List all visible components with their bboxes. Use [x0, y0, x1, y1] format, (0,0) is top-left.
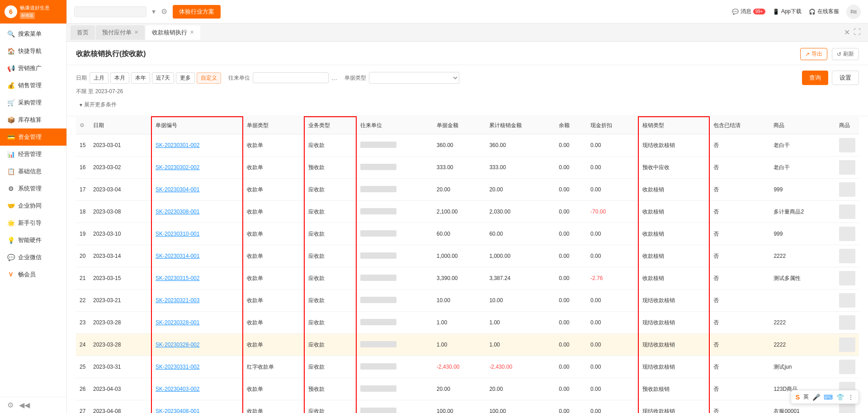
voucher-link[interactable]: SK-20230328-001 — [156, 319, 199, 326]
tab-close-icon[interactable]: ✕ — [134, 29, 138, 35]
cell-no: 18 — [76, 201, 90, 223]
cell-partner — [356, 378, 433, 400]
expand-conditions-button[interactable]: ▾ 展开更多条件 — [76, 99, 120, 110]
voucher-link[interactable]: SK-20230314-001 — [156, 253, 199, 259]
date-filter-label: 日期 — [76, 74, 87, 82]
sidebar-item-label: 搜索菜单 — [18, 30, 42, 38]
voucher-link[interactable]: SK-20230301-002 — [156, 142, 199, 148]
sidebar-item-system[interactable]: ⚙ 系统管理 — [0, 180, 66, 197]
cell-amount: -2,430.00 — [433, 356, 486, 378]
partner-input[interactable] — [253, 72, 329, 83]
sidebar-item-marketing[interactable]: 📢 营销推广 — [0, 60, 66, 77]
emoji-icon[interactable]: 👕 — [836, 394, 844, 401]
cell-voucher-type: 红字收款单 — [243, 356, 304, 378]
more-ime-icon[interactable]: ⋮ — [848, 394, 854, 401]
tab-collection-verify[interactable]: 收款核销执行 ✕ — [146, 25, 200, 40]
date-btn-last-month[interactable]: 上月 — [90, 72, 108, 84]
header-gear-icon[interactable]: ⚙ — [161, 7, 167, 16]
cell-discount: 0.00 — [587, 312, 638, 334]
sidebar-item-finance[interactable]: 💳 资金管理 — [0, 128, 66, 146]
cell-include-settled: 否 — [709, 378, 770, 400]
online-service-label: 在线客服 — [817, 8, 839, 15]
notification-label: 消息 — [741, 8, 751, 15]
export-button[interactable]: ↗ 导出 — [800, 48, 827, 60]
date-btn-this-month[interactable]: 本月 — [110, 72, 129, 84]
sidebar-item-sales[interactable]: 💰 销售管理 — [0, 77, 66, 94]
date-btn-more[interactable]: 更多 — [176, 72, 195, 84]
col-settings[interactable]: ⚙ — [76, 117, 90, 134]
tab-pre-payment[interactable]: 预付应付单 ✕ — [96, 25, 145, 40]
notification-item[interactable]: 💬 消息 99+ — [732, 8, 765, 15]
cell-include-settled: 否 — [709, 312, 770, 334]
voucher-link[interactable]: SK-20230315-002 — [156, 275, 199, 281]
notification-badge: 99+ — [753, 9, 765, 14]
cell-balance: 0.00 — [555, 378, 587, 400]
sidebar-item-guide[interactable]: 🌟 新手引导 — [0, 214, 66, 232]
table-row: 16 2023-03-02 SK-20230302-002 收款单 预收款 33… — [76, 157, 859, 179]
cell-verify-amount: 1.00 — [486, 334, 555, 356]
voucher-link[interactable]: SK-20230302-002 — [156, 164, 199, 171]
close-window-icon[interactable]: ✕ — [844, 28, 850, 37]
refresh-icon: ↺ — [837, 51, 841, 57]
cell-goods2 — [835, 157, 859, 179]
avatar[interactable]: Rit — [846, 5, 861, 19]
cell-no: 19 — [76, 223, 90, 245]
tab-close-icon[interactable]: ✕ — [190, 29, 194, 35]
sidebar-item-operations[interactable]: 📊 经营管理 — [0, 146, 66, 163]
date-btn-this-year[interactable]: 本年 — [131, 72, 150, 84]
date-btn-group: 上月 本月 本年 近7天 更多 自定义 — [90, 72, 221, 84]
export-icon: ↗ — [805, 51, 810, 57]
sidebar-item-member[interactable]: V 畅会员 — [0, 266, 66, 283]
sidebar-item-quick-nav[interactable]: 🏠 快捷导航 — [0, 43, 66, 60]
phone-icon: 📱 — [773, 9, 779, 15]
cell-include-settled: 否 — [709, 245, 770, 267]
cell-biz-type: 应收款 — [304, 400, 356, 413]
cell-goods2 — [835, 223, 859, 245]
cell-date: 2023-03-31 — [90, 356, 151, 378]
cell-biz-type: 应收款 — [304, 134, 356, 157]
sidebar-item-purchase[interactable]: 🛒 采购管理 — [0, 94, 66, 111]
sidebar-item-search[interactable]: 🔍 搜索菜单 — [0, 25, 66, 43]
cell-goods2 — [835, 334, 859, 356]
solution-button[interactable]: 体验行业方案 — [173, 5, 221, 19]
sidebar-item-basics[interactable]: 📋 基础信息 — [0, 163, 66, 180]
refresh-button[interactable]: ↺ 刷新 — [832, 48, 859, 60]
sidebar-item-enterprise[interactable]: 🤝 企业协同 — [0, 197, 66, 214]
cell-include-settled: 否 — [709, 223, 770, 245]
date-btn-custom[interactable]: 自定义 — [197, 72, 221, 84]
voucher-link[interactable]: SK-20230310-001 — [156, 231, 199, 237]
setting-button[interactable]: 设置 — [832, 71, 859, 85]
sidebar-nav: 🔍 搜索菜单 🏠 快捷导航 📢 营销推广 💰 销售管理 🛒 采购管理 📦 库存核… — [0, 24, 66, 397]
keyboard-icon[interactable]: ⌨ — [824, 394, 833, 401]
col-partner: 往来单位 — [356, 117, 433, 134]
sidebar-item-label: 营销推广 — [18, 64, 42, 72]
voucher-link[interactable]: SK-20230304-001 — [156, 186, 199, 193]
expand-window-icon[interactable]: ⛶ — [854, 28, 861, 36]
cell-voucher-no: SK-20230301-002 — [151, 134, 243, 157]
voucher-type-select[interactable] — [369, 72, 459, 84]
cell-goods1: 老白干 — [770, 157, 835, 179]
mic-icon[interactable]: 🎤 — [812, 394, 820, 401]
online-service-item[interactable]: 🎧 在线客服 — [809, 8, 839, 15]
ime-logo: S — [796, 394, 800, 401]
voucher-link[interactable]: SK-20230328-002 — [156, 342, 199, 348]
cell-discount: 0.00 — [587, 157, 638, 179]
app-download-item[interactable]: 📱 App下载 — [773, 8, 802, 15]
voucher-link[interactable]: SK-20230331-002 — [156, 364, 199, 370]
chevron-down-icon[interactable]: ▾ — [152, 7, 156, 16]
date-btn-7days[interactable]: 近7天 — [152, 72, 174, 84]
more-dots-icon[interactable]: ... — [331, 74, 337, 82]
sidebar-item-inventory[interactable]: 📦 库存核算 — [0, 111, 66, 128]
settings-gear-icon[interactable]: ⚙ — [7, 401, 14, 409]
voucher-link[interactable]: SK-20230308-001 — [156, 209, 199, 215]
sidebar-item-hardware[interactable]: 💡 智能硬件 — [0, 232, 66, 249]
sidebar-item-wechat[interactable]: 💬 企业微信 — [0, 249, 66, 266]
filter-bar: 日期 上月 本月 本年 近7天 更多 自定义 往来单位 ... — [67, 65, 868, 116]
voucher-link[interactable]: SK-20230408-001 — [156, 408, 199, 413]
breadcrumb-input[interactable] — [74, 6, 146, 17]
tab-home[interactable]: 首页 — [71, 25, 95, 40]
collapse-arrow-icon[interactable]: ◀◀ — [19, 401, 30, 409]
voucher-link[interactable]: SK-20230321-003 — [156, 297, 199, 304]
query-button[interactable]: 查询 — [802, 71, 828, 85]
voucher-link[interactable]: SK-20230403-002 — [156, 386, 199, 392]
